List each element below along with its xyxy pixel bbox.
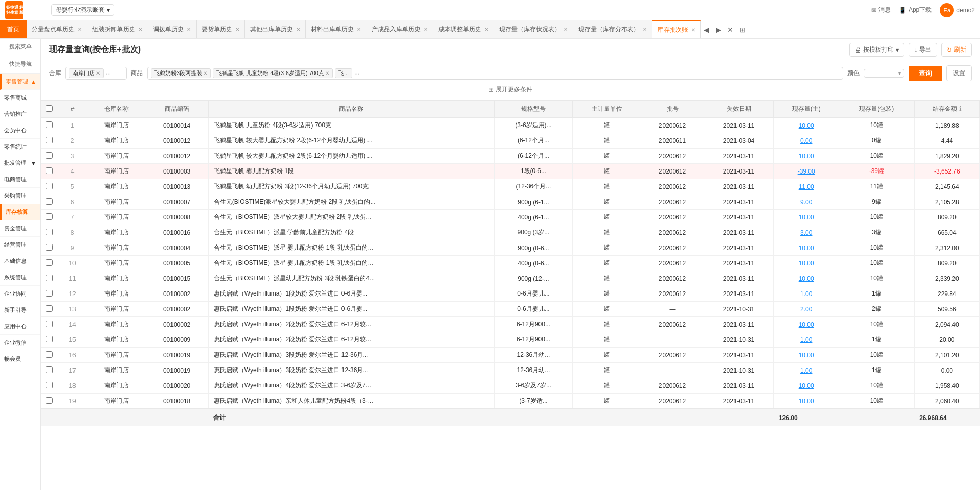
messages-button[interactable]: ✉ 消息: [871, 6, 891, 14]
tab-xiancunliang-kuangtai[interactable]: 现存量（库存状况表） ✕: [494, 20, 573, 38]
tab-next-button[interactable]: ▶: [713, 20, 724, 38]
row-qty-main[interactable]: 0.00: [774, 133, 839, 149]
sidebar-item-dianshang[interactable]: 电商管理: [0, 172, 40, 188]
tab-diaobodian[interactable]: 调拨单历史 ✕: [148, 20, 197, 38]
user-profile[interactable]: Ea demo2: [940, 3, 975, 17]
remove-warehouse-tag-icon[interactable]: ✕: [96, 70, 100, 76]
color-filter-input[interactable]: ▾: [864, 69, 904, 78]
col-checkbox[interactable]: [41, 101, 58, 118]
row-checkbox-13[interactable]: [41, 317, 58, 332]
product-filter-input[interactable]: 飞鹤奶粉3段两提装 ✕ 飞鹤星飞帆 儿童奶粉 4段(3-6岁适用) 700克 ✕…: [147, 67, 843, 80]
expand-conditions-button[interactable]: ⊞ 展开更多条件: [484, 83, 536, 96]
row-checkbox-0[interactable]: [41, 118, 58, 133]
tab-fenliangpandian[interactable]: 分量盘点单历史 ✕: [27, 20, 87, 38]
row-checkbox-14[interactable]: [41, 332, 58, 348]
setting-button[interactable]: 设置: [946, 65, 972, 81]
tab-qita-chuku[interactable]: 其他出库单历史 ✕: [245, 20, 306, 38]
sidebar-item-xitongguanli[interactable]: 系统管理: [0, 270, 40, 286]
row-checkbox-15[interactable]: [41, 348, 58, 363]
row-qty-main[interactable]: 3.00: [774, 225, 839, 240]
row-qty-main[interactable]: 1.00: [774, 286, 839, 302]
row-qty-main[interactable]: 9.00: [774, 194, 839, 210]
warehouse-tag-nananmendian[interactable]: 南岸门店 ✕: [69, 68, 104, 78]
tab-close-icon[interactable]: ✕: [691, 27, 695, 33]
row-qty-main[interactable]: 10.00: [774, 240, 839, 256]
row-checkbox-2[interactable]: [41, 149, 58, 164]
sidebar-item-caigou[interactable]: 采购管理: [0, 188, 40, 204]
sidebar-item-qiyexietong[interactable]: 企业协同: [0, 286, 40, 302]
filter-more-icon[interactable]: ···: [106, 70, 111, 77]
tab-yaohuo[interactable]: 要货单历史 ✕: [197, 20, 245, 38]
color-filter-chevron-icon[interactable]: ▾: [898, 70, 901, 76]
tab-more-button[interactable]: ⊞: [737, 20, 749, 38]
row-qty-main[interactable]: 2.00: [774, 302, 839, 317]
tab-chengben-tiaozheng[interactable]: 成本调整单历史 ✕: [433, 20, 494, 38]
row-qty-main[interactable]: 1.00: [774, 332, 839, 348]
product-tag-1[interactable]: 飞鹤奶粉3段两提装 ✕: [151, 68, 211, 78]
sidebar-item-pifaguanli[interactable]: 批发管理 ▼: [0, 155, 40, 172]
tab-kucun-pici[interactable]: 库存批次账 ✕: [652, 20, 701, 38]
row-qty-main[interactable]: 10.00: [774, 378, 839, 394]
sidebar-item-yingxiao[interactable]: 营销推广: [0, 106, 40, 122]
row-checkbox-7[interactable]: [41, 225, 58, 240]
row-qty-main[interactable]: 10.00: [774, 118, 839, 133]
sidebar-item-yingyongzhongxin[interactable]: 应用中心: [0, 318, 40, 335]
tab-close-icon[interactable]: ✕: [187, 27, 191, 32]
product-tag-2[interactable]: 飞鹤星飞帆 儿童奶粉 4段(3-6岁适用) 700克 ✕: [213, 68, 333, 78]
row-checkbox-11[interactable]: [41, 286, 58, 302]
account-dropdown[interactable]: 母婴行业演示账套 ▾: [51, 4, 114, 16]
sidebar-item-jingying[interactable]: 经营管理: [0, 237, 40, 253]
tab-prev-button[interactable]: ◀: [701, 20, 713, 38]
sidebar-item-kucunhesuan[interactable]: 库存核算: [0, 204, 40, 220]
sidebar-item-huiyuan[interactable]: 会员中心: [0, 122, 40, 139]
row-checkbox-4[interactable]: [41, 179, 58, 194]
row-qty-main[interactable]: 10.00: [774, 210, 839, 225]
tab-close-icon[interactable]: ✕: [296, 27, 300, 32]
row-qty-main[interactable]: 11.00: [774, 179, 839, 194]
tab-close-icon[interactable]: ✕: [564, 27, 568, 32]
tab-close-icon[interactable]: ✕: [78, 27, 82, 32]
refresh-button[interactable]: ↻ 刷新: [941, 43, 972, 57]
sidebar-search[interactable]: 搜索菜单: [0, 39, 40, 55]
tab-xiancunliang-fenbiao[interactable]: 现存量（库存分布表） ✕: [573, 20, 652, 38]
row-qty-main[interactable]: 10.00: [774, 149, 839, 164]
row-checkbox-3[interactable]: [41, 164, 58, 179]
sidebar-item-qiyeweixin[interactable]: 企业微信: [0, 335, 40, 351]
tab-close-icon[interactable]: ✕: [643, 27, 647, 32]
sidebar-item-lingshouchengcheng[interactable]: 零售商城: [0, 90, 40, 106]
row-checkbox-10[interactable]: [41, 271, 58, 286]
row-qty-main[interactable]: 10.00: [774, 256, 839, 271]
tab-close-icon[interactable]: ✕: [484, 27, 488, 32]
row-qty-main[interactable]: 1.00: [774, 363, 839, 378]
print-button[interactable]: 🖨 按模板打印 ▾: [849, 43, 904, 57]
tab-close-icon[interactable]: ✕: [138, 27, 142, 32]
tab-zuzhangchaijian[interactable]: 组装拆卸单历史 ✕: [87, 20, 148, 38]
query-button[interactable]: 查询: [909, 66, 942, 81]
remove-product-tag-2-icon[interactable]: ✕: [325, 70, 329, 76]
amount-info-icon[interactable]: ℹ: [959, 105, 962, 112]
row-checkbox-18[interactable]: [41, 394, 58, 409]
sidebar-item-xinshouyindao[interactable]: 新手引导: [0, 302, 40, 318]
tab-cailiao-chuku[interactable]: 材料出库单历史 ✕: [306, 20, 366, 38]
sidebar-item-jichuxinxi[interactable]: 基础信息: [0, 253, 40, 270]
sidebar-quick-nav[interactable]: 快捷导航: [0, 55, 40, 74]
tab-close-icon[interactable]: ✕: [357, 27, 361, 32]
tab-home[interactable]: 首页: [0, 20, 27, 38]
row-qty-main[interactable]: 10.00: [774, 348, 839, 363]
export-button[interactable]: ↓ 导出: [909, 43, 937, 57]
row-checkbox-16[interactable]: [41, 363, 58, 378]
tab-close-icon[interactable]: ✕: [424, 27, 428, 32]
row-checkbox-17[interactable]: [41, 378, 58, 394]
row-checkbox-5[interactable]: [41, 194, 58, 210]
tab-chanpin-ruku[interactable]: 产成品入库单历史 ✕: [366, 20, 433, 38]
tab-close-icon[interactable]: ✕: [235, 27, 239, 32]
row-qty-main[interactable]: -39.00: [774, 164, 839, 179]
row-checkbox-9[interactable]: [41, 256, 58, 271]
row-checkbox-6[interactable]: [41, 210, 58, 225]
remove-product-tag-1-icon[interactable]: ✕: [203, 70, 207, 76]
row-qty-main[interactable]: 10.00: [774, 271, 839, 286]
row-checkbox-12[interactable]: [41, 302, 58, 317]
warehouse-filter-input[interactable]: 南岸门店 ✕ ···: [65, 67, 127, 80]
sidebar-item-lingshoudguanli[interactable]: 零售管理 ▲: [0, 74, 40, 90]
product-filter-more-icon[interactable]: ···: [354, 70, 359, 77]
